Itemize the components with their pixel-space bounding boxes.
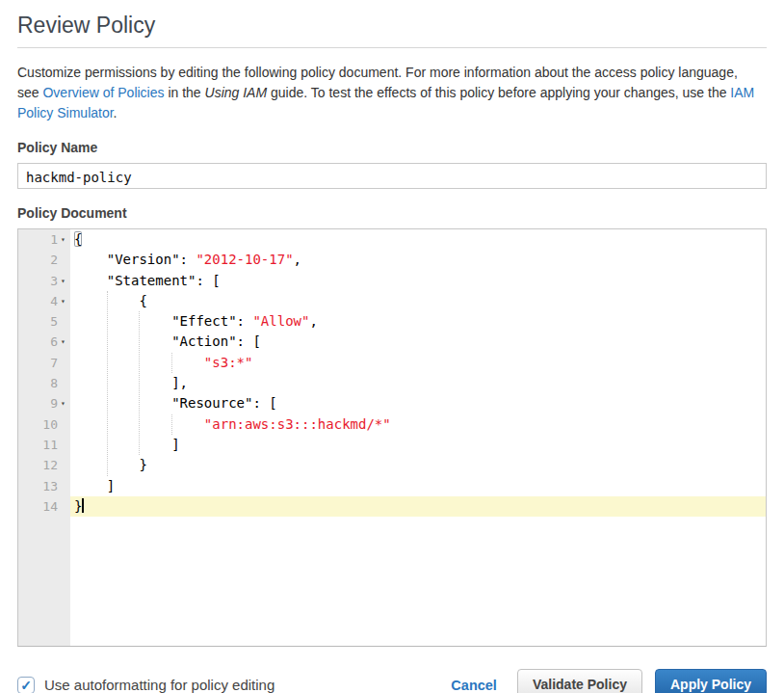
fold-arrow-icon[interactable]: ▾ [58, 229, 68, 250]
line-number: 5 [50, 311, 58, 332]
policy-name-input[interactable] [17, 163, 767, 189]
code-line[interactable]: ] [70, 435, 766, 455]
line-number: 8 [50, 373, 58, 393]
overview-of-policies-link[interactable]: Overview of Policies [42, 85, 164, 100]
policy-name-label: Policy Name [17, 140, 767, 155]
code-text: ] [74, 437, 180, 452]
gutter-cell: 13 [18, 476, 70, 496]
title-divider [17, 47, 767, 48]
text-cursor [82, 498, 84, 513]
code-text: } [74, 457, 147, 472]
code-string-value: "2012-10-17" [196, 252, 293, 267]
code-line[interactable]: } [70, 455, 766, 475]
gutter-cell: 5 [18, 311, 70, 332]
footer-bar: ✓ Use autoformatting for policy editing … [17, 669, 767, 693]
action-buttons: Cancel Validate Policy Apply Policy [451, 669, 767, 693]
fold-arrow-icon[interactable]: ▾ [58, 291, 68, 311]
code-text: , [294, 252, 301, 267]
code-line[interactable]: "Version": "2012-10-17", [70, 250, 766, 270]
intro-text: guide. To test the effects of this polic… [267, 85, 730, 100]
code-text: { [74, 293, 147, 308]
indent-guide [139, 311, 140, 455]
autoformat-option: ✓ Use autoformatting for policy editing [17, 677, 274, 693]
code-line[interactable]: "Effect": "Allow", [70, 311, 766, 332]
line-number: 12 [42, 455, 58, 475]
gutter-cell: 4▾ [18, 291, 70, 311]
gutter-cell: 3▾ [18, 271, 70, 291]
code-text: "Version": [74, 252, 196, 267]
fold-arrow-icon[interactable]: ▾ [58, 332, 68, 352]
autoformat-checkbox[interactable]: ✓ [17, 677, 35, 693]
gutter-cell: 6▾ [18, 332, 70, 352]
policy-document-editor[interactable]: 1▾23▾4▾56▾789▾1011121314 { "Version": "2… [17, 228, 767, 647]
validate-policy-button[interactable]: Validate Policy [517, 669, 642, 693]
code-text: , [309, 313, 317, 329]
intro-text: in the [165, 85, 205, 100]
review-policy-page: Review Policy Customize permissions by e… [0, 0, 784, 693]
code-line[interactable]: "Action": [ [70, 332, 766, 352]
line-number: 9 [50, 393, 58, 413]
code-text: ], [74, 375, 188, 390]
code-text: "Effect": [74, 313, 252, 329]
code-line[interactable]: { [70, 229, 766, 250]
code-line[interactable]: ] [70, 476, 766, 496]
intro-paragraph: Customize permissions by editing the fol… [17, 63, 763, 123]
gutter-cell: 12 [18, 455, 70, 475]
page-title: Review Policy [17, 0, 767, 39]
line-number: 13 [42, 476, 58, 496]
policy-document-label: Policy Document [17, 205, 767, 221]
code-text: } [74, 498, 82, 514]
code-line[interactable]: { [70, 291, 766, 311]
checkmark-icon: ✓ [20, 679, 32, 692]
line-number: 7 [50, 353, 58, 373]
apply-policy-button[interactable]: Apply Policy [655, 669, 767, 693]
intro-text: . [114, 105, 118, 120]
code-line[interactable]: "arn:aws:s3:::hackmd/*" [70, 414, 766, 435]
editor-gutter: 1▾23▾4▾56▾789▾1011121314 [18, 229, 70, 646]
code-text: "Action": [ [74, 333, 261, 349]
code-line[interactable]: "Statement": [ [70, 271, 766, 291]
gutter-cell: 9▾ [18, 393, 70, 413]
line-number: 4 [50, 291, 58, 311]
gutter-cell: 14 [18, 496, 70, 517]
line-number: 6 [50, 332, 58, 352]
code-line[interactable]: "s3:*" [70, 353, 766, 373]
fold-arrow-icon[interactable]: ▾ [58, 393, 68, 413]
indent-guide [171, 414, 172, 435]
line-number: 3 [50, 271, 58, 291]
code-string-value: "arn:aws:s3:::hackmd/*" [204, 416, 391, 432]
line-number: 10 [42, 414, 58, 435]
gutter-cell: 2 [18, 250, 70, 270]
line-number: 14 [42, 496, 58, 517]
using-iam-guide-name: Using IAM [205, 85, 268, 100]
gutter-cell: 11 [18, 435, 70, 455]
code-text: ] [74, 478, 115, 493]
indent-guide [171, 353, 172, 373]
code-string-value: "Allow" [252, 313, 309, 329]
code-text: "Statement": [ [74, 273, 221, 288]
editor-code[interactable]: { "Version": "2012-10-17", "Statement": … [70, 229, 766, 646]
code-text: "Resource": [ [74, 395, 277, 411]
gutter-cell: 1▾ [18, 229, 70, 250]
code-text: { [74, 231, 82, 247]
gutter-cell: 7 [18, 353, 70, 373]
fold-arrow-icon[interactable]: ▾ [58, 271, 68, 291]
line-number: 11 [42, 435, 58, 455]
gutter-cell: 8 [18, 373, 70, 393]
code-line[interactable]: } [70, 496, 766, 517]
gutter-cell: 10 [18, 414, 70, 435]
code-line[interactable]: ], [70, 373, 766, 393]
cancel-button[interactable]: Cancel [451, 678, 497, 693]
code-string-value: "s3:*" [204, 355, 253, 370]
indent-guide [107, 291, 108, 476]
code-line[interactable]: "Resource": [ [70, 393, 766, 413]
autoformat-label: Use autoformatting for policy editing [44, 677, 274, 693]
line-number: 2 [50, 250, 58, 270]
line-number: 1 [50, 229, 58, 250]
